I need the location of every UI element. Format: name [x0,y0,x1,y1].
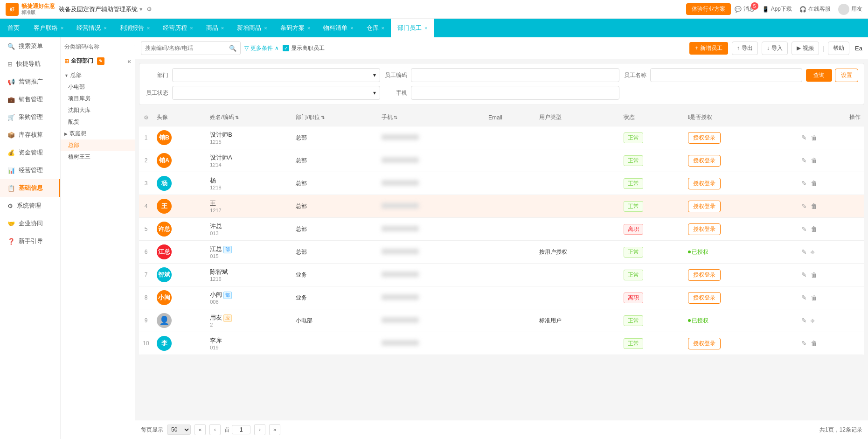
edit-icon[interactable]: ✎ [801,271,807,279]
add-employee-button[interactable]: + 新增员工 [689,42,728,55]
app-download-action[interactable]: 📱 App下载 [762,5,792,13]
tab-customer-close[interactable]: × [61,25,63,31]
edit-icon[interactable]: ✎ [801,202,807,210]
tab-barcode-close[interactable]: × [307,25,310,31]
tab-new-goods[interactable]: 新增商品 × [230,19,273,37]
tree-item-distribution[interactable]: 配货 [61,116,135,128]
tree-item-project[interactable]: 项目库房 [61,93,135,105]
search-icon[interactable]: 🔍 [229,45,236,52]
auth-button[interactable]: 授权登录 [688,132,721,144]
link-icon[interactable]: ⎆ [811,248,814,256]
tab-home[interactable]: 首页 [0,19,27,37]
delete-icon[interactable]: 🗑 [811,340,817,347]
sidebar-item-purchase[interactable]: 🛒 采购管理 [0,108,60,126]
show-resigned-toggle[interactable]: ✓ 显示离职员工 [283,44,325,52]
tab-bom[interactable]: 物料清单 × [317,19,360,37]
delete-icon[interactable]: 🗑 [811,157,817,164]
view-button[interactable]: ▶ 视频 [792,42,819,55]
delete-icon[interactable]: 🗑 [811,134,817,141]
online-service-action[interactable]: 🎧 在线客服 [799,5,831,13]
filter-dept-select[interactable]: ▾ [172,68,380,82]
tree-item-shenyang[interactable]: 沈阳大库 [61,105,135,116]
query-button[interactable]: 查询 [806,69,832,82]
sidebar-item-inventory[interactable]: 📦 库存核算 [0,126,60,144]
tab-history[interactable]: 经营历程 × [156,19,199,37]
delete-icon[interactable]: 🗑 [811,202,817,210]
edit-icon[interactable]: ✎ [801,340,807,347]
auth-button[interactable]: 授权登录 [688,223,721,235]
tree-group-double[interactable]: ▶ 双庭想 [61,128,135,139]
edit-icon[interactable]: ✎ [801,248,807,256]
sidebar-item-basic-info[interactable]: 📋 基础信息 [0,179,60,197]
tab-history-close[interactable]: × [190,25,193,31]
table-settings-icon[interactable]: ⚙ [144,114,149,121]
edit-icon[interactable]: ✎ [801,225,807,233]
edit-icon[interactable]: ✎ [801,317,807,324]
set-button[interactable]: 设置 [835,69,858,82]
th-phone[interactable]: 手机 ⇅ [378,109,484,126]
sidebar-item-system[interactable]: ⚙ 系统管理 [0,197,60,215]
help-button[interactable]: 帮助 [828,42,849,55]
sidebar-item-guide[interactable]: ❓ 新手引导 [0,232,60,250]
auth-button[interactable]: 授权登录 [688,155,721,167]
auth-button[interactable]: 授权登录 [688,178,721,189]
sidebar-item-finance[interactable]: 💰 资金管理 [0,144,60,161]
filter-emp-code-input[interactable] [411,68,619,82]
edit-icon[interactable]: ✎ [801,157,807,164]
sidebar-item-collab[interactable]: 🤝 企业协同 [0,215,60,232]
filter-status-select[interactable]: ▾ [172,86,380,100]
filter-emp-name-input[interactable] [650,68,802,82]
tree-item-small-elec[interactable]: 小电部 [61,81,135,93]
tree-search-input[interactable] [64,43,134,50]
tab-new-goods-close[interactable]: × [264,25,267,31]
export-button[interactable]: ↑ 导出 [732,42,758,55]
prev-page-button[interactable]: ‹ [209,424,221,435]
th-name[interactable]: 姓名/编码 ⇅ [206,109,292,126]
edit-icon[interactable]: ✎ [801,180,807,187]
first-page-button[interactable]: « [194,424,206,435]
show-resigned-checkbox[interactable]: ✓ [283,45,289,51]
page-number-input[interactable] [232,425,250,434]
import-button[interactable]: ↓ 导入 [762,42,788,55]
tree-edit-icon[interactable]: ✎ [97,57,104,65]
next-page-button[interactable]: › [254,424,265,435]
tab-warehouse-close[interactable]: × [382,25,384,31]
tab-dept-staff[interactable]: 部门员工 × [391,19,434,37]
tab-profit-close[interactable]: × [147,25,150,31]
tab-goods-close[interactable]: × [221,25,224,31]
user-action[interactable]: 用友 [838,4,862,15]
last-page-button[interactable]: » [269,424,280,435]
settings-icon[interactable]: ⚙ [146,6,152,13]
auth-button[interactable]: 授权登录 [688,292,721,304]
page-size-select[interactable]: 50 20 100 [167,425,191,435]
tab-dept-staff-close[interactable]: × [424,25,427,31]
tree-item-planting[interactable]: 植树王三 [61,151,135,163]
tab-bom-close[interactable]: × [350,25,353,31]
tab-goods[interactable]: 商品 × [200,19,230,37]
tab-warehouse[interactable]: 仓库 × [360,19,391,37]
sidebar-item-management[interactable]: 📊 经营管理 [0,161,60,179]
tree-collapse-button[interactable]: « [127,57,131,65]
delete-icon[interactable]: 🗑 [811,225,817,233]
th-dept[interactable]: 部门/职位 ⇅ [292,109,378,126]
tab-operation[interactable]: 经营情况 × [70,19,113,37]
more-conditions-button[interactable]: ▽ 更多条件 ∧ [244,44,279,52]
tab-operation-close[interactable]: × [104,25,106,31]
edit-icon[interactable]: ✎ [801,294,807,301]
sidebar-item-quick-nav[interactable]: ⊞ 快捷导航 [0,55,60,73]
trial-button[interactable]: 体验行业方案 [686,3,731,15]
delete-icon[interactable]: 🗑 [811,294,817,301]
auth-button[interactable]: 授权登录 [688,269,721,281]
search-input[interactable] [145,45,229,51]
link-icon[interactable]: ⎆ [811,317,814,324]
tree-group-general-label[interactable]: ▼ 总部 [61,70,135,81]
tab-profit[interactable]: 利润报告 × [113,19,156,37]
tab-barcode[interactable]: 条码方案 × [274,19,317,37]
sidebar-item-search[interactable]: 🔍 搜索菜单 [0,37,60,55]
sidebar-item-sales[interactable]: 💼 销售管理 [0,91,60,108]
delete-icon[interactable]: 🗑 [811,180,817,187]
auth-button[interactable]: 授权登录 [688,201,721,212]
edit-icon[interactable]: ✎ [801,134,807,141]
message-action[interactable]: 💬 消息 5 [735,5,755,13]
filter-phone-input[interactable] [411,86,619,100]
